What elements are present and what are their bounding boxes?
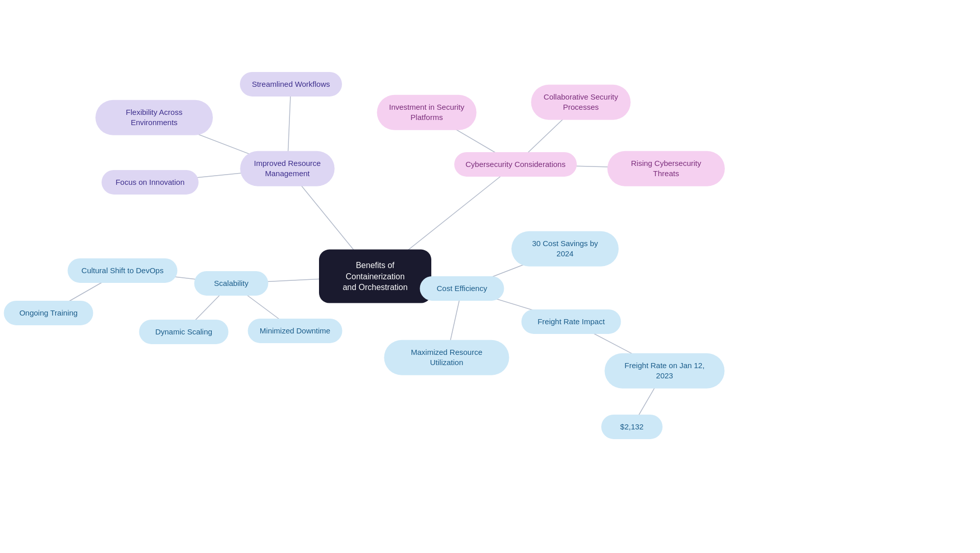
- node-ongoing-training[interactable]: Ongoing Training: [4, 301, 93, 325]
- node-cybersecurity[interactable]: Cybersecurity Considerations: [454, 152, 577, 177]
- node-streamlined[interactable]: Streamlined Workflows: [240, 72, 342, 97]
- node-cost-efficiency[interactable]: Cost Efficiency: [420, 276, 504, 301]
- node-cost-savings[interactable]: 30 Cost Savings by 2024: [511, 231, 619, 267]
- node-collaborative[interactable]: Collaborative Security Processes: [531, 85, 631, 120]
- node-center[interactable]: Benefits of Containerization and Orchest…: [319, 250, 431, 303]
- mindmap-canvas: Benefits of Containerization and Orchest…: [0, 0, 980, 553]
- node-investment-security[interactable]: Investment in Security Platforms: [377, 95, 477, 130]
- node-freight-rate-impact[interactable]: Freight Rate Impact: [522, 309, 621, 334]
- node-cultural-shift[interactable]: Cultural Shift to DevOps: [68, 258, 178, 283]
- node-focus-innovation[interactable]: Focus on Innovation: [102, 170, 199, 195]
- node-maximized-resource[interactable]: Maximized Resource Utilization: [384, 340, 509, 375]
- node-improved-resource[interactable]: Improved Resource Management: [240, 151, 335, 186]
- node-flexibility[interactable]: Flexibility Across Environments: [95, 100, 213, 135]
- node-price[interactable]: $2,132: [601, 415, 663, 439]
- node-freight-rate-jan[interactable]: Freight Rate on Jan 12, 2023: [605, 353, 725, 389]
- node-minimized-downtime[interactable]: Minimized Downtime: [248, 319, 342, 343]
- node-rising-threats[interactable]: Rising Cybersecurity Threats: [607, 151, 725, 186]
- node-dynamic-scaling[interactable]: Dynamic Scaling: [139, 320, 229, 344]
- node-scalability[interactable]: Scalability: [194, 271, 268, 296]
